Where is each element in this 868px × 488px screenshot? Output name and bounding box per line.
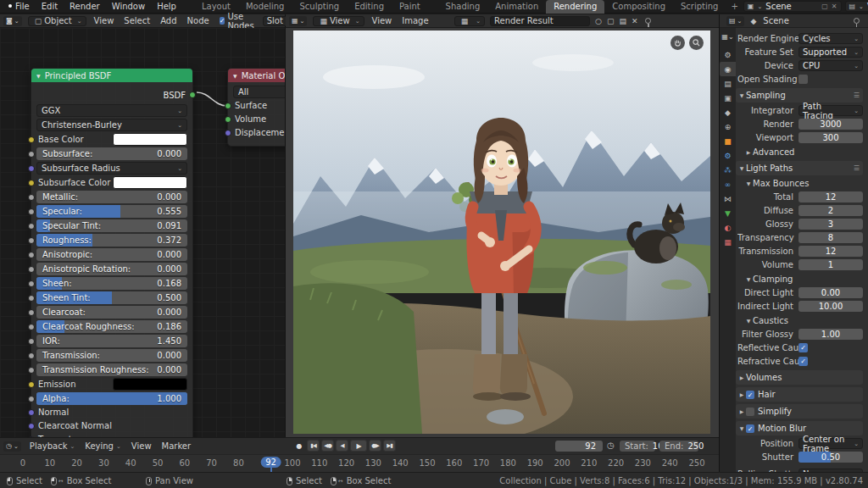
principled-bsdf-node[interactable]: ▼ Principled BSDF BSDF GGX⌄Christensen-B…: [31, 68, 193, 437]
input-socket[interactable]: [28, 280, 35, 287]
pan-view-button[interactable]: [670, 36, 685, 50]
node-param-anisotropic-rotation[interactable]: Anisotropic Rotation:0.000: [36, 263, 187, 275]
param-slider[interactable]: Metallic:0.000: [36, 191, 187, 203]
workspace-tab-texture-paint[interactable]: Texture Paint: [392, 0, 438, 14]
properties-tab-particles[interactable]: ⁂: [720, 163, 736, 177]
workspace-tab-compositing[interactable]: Compositing: [604, 0, 673, 14]
input-socket[interactable]: [28, 338, 35, 345]
editor-type-button[interactable]: ▤ ⌄: [726, 16, 744, 26]
view-layer-selector[interactable]: ▤ ⌄ View Layer ▢ ✕: [845, 1, 868, 12]
editor-type-button[interactable]: ◙ ⌄: [3, 16, 22, 26]
checkbox-refractive-caustics[interactable]: ✓: [798, 357, 808, 366]
zoom-button[interactable]: [689, 36, 704, 50]
editor-type-button[interactable]: ◷ ⌄: [3, 441, 21, 452]
node-param-clearcoat-normal[interactable]: Clearcoat Normal: [36, 420, 187, 431]
checkbox-simplify[interactable]: [746, 408, 754, 416]
input-socket[interactable]: [28, 423, 35, 430]
new-scene-icon[interactable]: ▢: [820, 3, 830, 10]
checkbox-open-shading-language[interactable]: [798, 75, 808, 84]
node-param-ggx[interactable]: GGX⌄: [36, 104, 187, 117]
output-input-volume[interactable]: Volume: [233, 114, 286, 125]
menu-window[interactable]: Window: [106, 2, 151, 11]
input-socket[interactable]: [28, 223, 35, 230]
properties-editor-type-button[interactable]: ▦⌄: [720, 30, 736, 44]
panel-light-paths[interactable]: ▼Light Paths☰: [736, 161, 863, 175]
image-datablock-dropdown[interactable]: ▦ ⌄: [454, 16, 485, 26]
node-param-normal[interactable]: Normal: [36, 407, 187, 418]
prop-field[interactable]: 8: [798, 232, 863, 243]
node-header[interactable]: ▼ Material Output: [228, 69, 286, 82]
output-input-surface[interactable]: Surface: [233, 100, 286, 111]
material-output-node[interactable]: ▼ Material Output All SurfaceVolumeDispl…: [227, 68, 286, 147]
node-param-subsurface-color[interactable]: Subsurface Color: [36, 176, 187, 189]
menu-node[interactable]: Node: [182, 16, 214, 25]
panel-simplify[interactable]: ▶Simplify: [736, 404, 863, 419]
menu-view[interactable]: View: [89, 16, 120, 25]
node-param-anisotropic[interactable]: Anisotropic:0.000: [36, 248, 187, 261]
input-socket[interactable]: [28, 309, 35, 316]
param-slider[interactable]: Specular:0.555: [36, 205, 187, 218]
properties-tab-physics[interactable]: ∞: [720, 177, 736, 191]
input-socket[interactable]: [28, 352, 35, 359]
prev-frame-button[interactable]: ◀: [336, 440, 348, 452]
output-input-displacement[interactable]: Displacement: [233, 127, 286, 138]
properties-tab-view-layer[interactable]: ▣: [720, 91, 736, 105]
prop-field[interactable]: 3000: [798, 119, 863, 130]
unlink-scene-icon[interactable]: ✕: [830, 3, 839, 10]
workspace-tab-scripting[interactable]: Scripting: [673, 0, 726, 14]
prev-keyframe-button[interactable]: ◀●: [321, 440, 334, 452]
prop-dropdown[interactable]: CPU⌄: [798, 60, 863, 71]
shader-mode-dropdown[interactable]: ▢ Object ⌄: [28, 16, 86, 26]
menu-select[interactable]: Select: [119, 16, 155, 25]
properties-tab-constraints[interactable]: ⋈: [720, 191, 736, 206]
menu-file[interactable]: File: [9, 2, 36, 11]
param-dropdown[interactable]: Subsurface Radius⌄: [36, 162, 187, 175]
param-slider[interactable]: Anisotropic:0.000: [36, 248, 187, 261]
param-slider[interactable]: Transmission Roughness:0.000: [36, 363, 187, 376]
collapse-triangle-icon[interactable]: ▼: [233, 73, 237, 79]
param-dropdown[interactable]: GGX⌄: [36, 104, 187, 117]
workspace-tab-rendering[interactable]: Rendering: [546, 0, 604, 14]
node-param-ior[interactable]: IOR:1.450: [36, 335, 187, 347]
prop-field[interactable]: 300: [798, 132, 863, 143]
panel-volumes[interactable]: ▶Volumes: [736, 370, 863, 385]
panel-advanced[interactable]: ▶Advanced: [744, 146, 863, 158]
input-socket[interactable]: [28, 252, 35, 258]
checkbox-motion-blur[interactable]: ✓: [746, 424, 754, 433]
node-param-clearcoat-roughness[interactable]: Clearcoat Roughness:0.186: [36, 320, 187, 333]
menu-help[interactable]: Help: [151, 2, 182, 11]
menu-edit[interactable]: Edit: [36, 2, 64, 11]
param-slider[interactable]: Roughness:0.372: [36, 234, 187, 247]
input-socket[interactable]: [28, 208, 35, 215]
shader-node-editor[interactable]: Material ▼ Principled BSDF BSDF GGX⌄Chri…: [0, 28, 286, 437]
node-param-sheen-tint[interactable]: Sheen Tint:0.500: [36, 291, 187, 304]
prop-field[interactable]: 10.00: [798, 301, 863, 312]
new-image-icon[interactable]: ▢: [604, 17, 617, 25]
image-name-field[interactable]: Render Result: [490, 16, 590, 26]
param-dropdown[interactable]: Christensen-Burley⌄: [36, 119, 187, 131]
param-slider[interactable]: Clearcoat Roughness:0.186: [36, 320, 187, 333]
node-header[interactable]: ▼ Principled BSDF: [31, 69, 192, 82]
node-param-transmission[interactable]: Transmission:0.000: [36, 349, 187, 362]
input-socket[interactable]: [225, 130, 231, 136]
node-param-clearcoat[interactable]: Clearcoat:0.000: [36, 306, 187, 319]
add-workspace-button[interactable]: +: [726, 0, 743, 13]
next-keyframe-button[interactable]: ●▶: [369, 440, 381, 452]
prop-field[interactable]: 3: [798, 219, 863, 230]
input-socket[interactable]: [225, 116, 231, 123]
prop-dropdown[interactable]: Cycles⌄: [798, 33, 863, 44]
prop-slider[interactable]: 0.50: [798, 452, 863, 463]
prop-dropdown[interactable]: Supported⌄: [798, 47, 863, 58]
input-socket[interactable]: [28, 409, 35, 416]
properties-tab-object[interactable]: ■: [720, 134, 736, 148]
jump-to-end-button[interactable]: ▶▮: [383, 440, 396, 452]
node-param-emission[interactable]: Emission: [36, 378, 187, 391]
checkbox-hair[interactable]: ✓: [746, 391, 754, 399]
editor-type-button[interactable]: ▦ ⌄: [289, 16, 307, 26]
frame-start-field[interactable]: Start: 10: [620, 441, 655, 452]
input-socket[interactable]: [28, 194, 35, 201]
prop-field[interactable]: 1.00: [798, 329, 863, 340]
pin-icon[interactable]: [854, 18, 860, 24]
color-swatch[interactable]: [113, 133, 187, 146]
input-socket[interactable]: [28, 180, 35, 186]
